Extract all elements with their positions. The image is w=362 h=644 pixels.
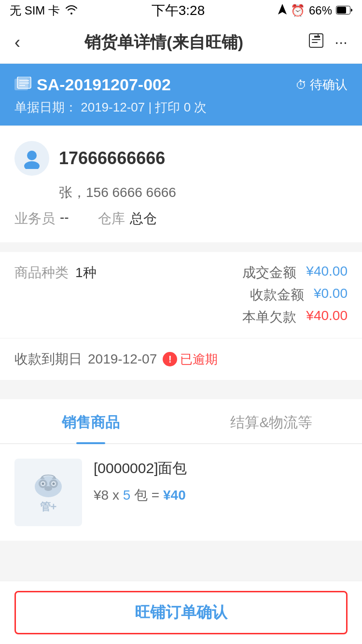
product-unit: 包 bbox=[134, 488, 148, 503]
customer-section: 17666666666 张，156 6666 6666 业务员 -- 仓库 总仓 bbox=[0, 126, 362, 242]
summary-section: 商品种类 1种 成交金额 ¥40.00 收款金额 ¥0.00 本单欠款 ¥40.… bbox=[0, 252, 362, 338]
battery-icon bbox=[336, 4, 352, 17]
price-unit: ¥8 bbox=[94, 488, 109, 503]
amount-row-1: 成交金额 ¥40.00 bbox=[242, 264, 348, 282]
status-bar: 无 SIM 卡 下午3:28 ⏰ 66% bbox=[0, 0, 362, 21]
due-date-value: 2019-12-07 bbox=[88, 351, 157, 367]
product-type: 商品种类 1种 bbox=[14, 264, 97, 282]
svg-point-9 bbox=[24, 161, 40, 169]
battery-text: 66% bbox=[309, 4, 332, 17]
product-qty: 5 bbox=[123, 488, 131, 503]
overdue-badge: ! 已逾期 bbox=[163, 351, 218, 368]
product-type-value: 1种 bbox=[75, 264, 97, 282]
salesperson-label: 业务员 bbox=[14, 210, 55, 228]
product-price: ¥8 x 5 包 = ¥40 bbox=[94, 486, 348, 504]
product-total: ¥40 bbox=[163, 488, 186, 503]
page-title: 销货单详情(来自旺铺) bbox=[84, 31, 243, 54]
multiply-sign: x bbox=[112, 488, 123, 503]
order-date: 单据日期： 2019-12-07 | 打印 0 次 bbox=[14, 99, 348, 116]
tab-settlement[interactable]: 结算&物流等 bbox=[181, 399, 362, 443]
order-header-card: SA-20191207-002 ⏱ 待确认 单据日期： 2019-12-07 |… bbox=[0, 64, 362, 126]
divider-2 bbox=[0, 380, 362, 390]
overdue-text: 已逾期 bbox=[180, 351, 218, 368]
export-button[interactable] bbox=[307, 32, 325, 53]
alarm-icon: ⏰ bbox=[291, 4, 305, 17]
order-icon bbox=[14, 75, 32, 94]
product-info: [0000002]面包 ¥8 x 5 包 = ¥40 bbox=[94, 459, 348, 526]
avatar bbox=[14, 141, 49, 176]
equals-sign: = bbox=[152, 488, 163, 503]
back-button[interactable]: ‹ bbox=[14, 32, 20, 53]
svg-point-17 bbox=[44, 486, 52, 491]
warehouse-label: 仓库 bbox=[98, 210, 125, 228]
salesperson-item: 业务员 -- bbox=[14, 210, 69, 228]
product-logo: 管+ bbox=[31, 471, 65, 514]
wifi-icon bbox=[65, 4, 78, 17]
svg-rect-4 bbox=[17, 77, 31, 88]
tab-sales-products[interactable]: 销售商品 bbox=[0, 399, 181, 443]
owed-label: 本单欠款 bbox=[242, 308, 296, 326]
amounts: 成交金额 ¥40.00 收款金额 ¥0.00 本单欠款 ¥40.00 bbox=[242, 264, 348, 326]
customer-phone: 17666666666 bbox=[59, 148, 165, 168]
more-button[interactable]: ··· bbox=[334, 33, 348, 51]
warehouse-item: 仓库 总仓 bbox=[98, 210, 157, 228]
amount-row-2: 收款金额 ¥0.00 bbox=[250, 286, 348, 304]
due-date-section: 收款到期日 2019-12-07 ! 已逾期 bbox=[0, 338, 362, 380]
svg-point-15 bbox=[42, 482, 44, 485]
status-bar-right: ⏰ 66% bbox=[278, 4, 352, 17]
nav-bar: ‹ 销货单详情(来自旺铺) ··· bbox=[0, 21, 362, 64]
amount-row-3: 本单欠款 ¥40.00 bbox=[242, 308, 348, 326]
svg-point-16 bbox=[53, 482, 55, 485]
status-bar-time: 下午3:28 bbox=[152, 1, 205, 20]
tabs-header: 销售商品 结算&物流等 bbox=[0, 399, 362, 444]
received-label: 收款金额 bbox=[250, 286, 304, 304]
nav-actions: ··· bbox=[307, 32, 348, 53]
amount-label: 成交金额 bbox=[242, 264, 296, 282]
received-value: ¥0.00 bbox=[314, 286, 348, 304]
warning-icon: ! bbox=[163, 352, 177, 366]
svg-rect-1 bbox=[337, 7, 346, 14]
product-item: 管+ [0000002]面包 ¥8 x 5 包 = ¥40 bbox=[0, 444, 362, 541]
customer-top: 17666666666 bbox=[14, 141, 348, 176]
divider-1 bbox=[0, 242, 362, 252]
customer-name: 张，156 6666 6666 bbox=[14, 183, 348, 202]
product-image: 管+ bbox=[14, 459, 82, 526]
order-status-badge: ⏱ 待确认 bbox=[295, 76, 348, 93]
summary-row: 商品种类 1种 成交金额 ¥40.00 收款金额 ¥0.00 本单欠款 ¥40.… bbox=[14, 264, 348, 326]
svg-point-8 bbox=[27, 151, 37, 160]
confirm-order-button[interactable]: 旺铺订单确认 bbox=[14, 591, 348, 634]
clock-icon: ⏱ bbox=[295, 78, 307, 92]
bottom-bar: 旺铺订单确认 bbox=[0, 581, 362, 644]
order-number: SA-20191207-002 bbox=[14, 75, 171, 94]
product-type-label: 商品种类 bbox=[14, 264, 69, 282]
salesperson-value: -- bbox=[60, 210, 69, 228]
order-header-top: SA-20191207-002 ⏱ 待确认 bbox=[14, 75, 348, 94]
product-name: [0000002]面包 bbox=[94, 459, 348, 478]
customer-meta: 业务员 -- 仓库 总仓 bbox=[14, 210, 348, 228]
location-icon bbox=[278, 4, 287, 17]
tabs-section: 销售商品 结算&物流等 管+ bbox=[0, 399, 362, 541]
product-logo-plus: 管+ bbox=[40, 500, 57, 514]
warehouse-value: 总仓 bbox=[130, 210, 157, 228]
due-date-label: 收款到期日 bbox=[14, 350, 82, 368]
amount-value: ¥40.00 bbox=[306, 264, 348, 282]
status-bar-left: 无 SIM 卡 bbox=[10, 3, 78, 18]
carrier-text: 无 SIM 卡 bbox=[10, 3, 60, 18]
owed-value: ¥40.00 bbox=[306, 308, 348, 326]
